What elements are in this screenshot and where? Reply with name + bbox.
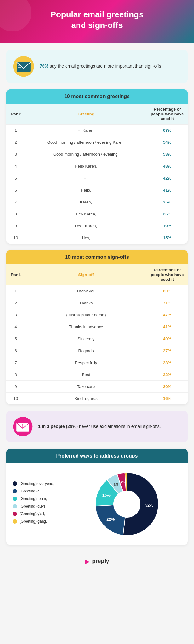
table-row: 1 Hi Karen, 67% <box>6 124 188 136</box>
greeting-cell: Hi, <box>25 172 147 184</box>
rank-cell: 8 <box>6 369 25 380</box>
table-row: 2 Good morning / afternoon / evening Kar… <box>6 136 188 148</box>
pct-cell: 40% <box>147 333 188 345</box>
legend-label: (Greeting) all, <box>20 489 43 493</box>
donut-chart: 52%22%15%6%4%1% <box>92 469 162 539</box>
legend-item: (Greeting) everyone, <box>13 481 69 486</box>
greetings-table: Rank Greeting Percentage of people who h… <box>6 104 188 244</box>
legend-dot <box>13 512 17 516</box>
stat-banner: 76% say the email greetings are more imp… <box>6 50 188 83</box>
page-title: Popular email greetings and sign-offs <box>13 9 181 31</box>
stat-text: 76% say the email greetings are more imp… <box>40 63 163 69</box>
greeting-cell: Karen, <box>25 196 147 208</box>
chart-legend: (Greeting) everyone, (Greeting) all, (Gr… <box>13 481 69 527</box>
table-row: 3 (Just sign your name) 47% <box>6 309 188 321</box>
rank-cell: 10 <box>6 392 25 404</box>
chart-label: 15% <box>102 492 111 497</box>
rank-cell: 3 <box>6 309 25 321</box>
pct-cell: 15% <box>147 232 188 244</box>
exclaim-banner: ! 1 in 3 people (29%) never use exclamat… <box>6 411 188 442</box>
table-row: 3 Good morning / afternoon / evening, 53… <box>6 148 188 160</box>
decoration <box>6 3 16 4</box>
signoffs-table-section: 10 most common sign-offs Rank Sign-off P… <box>6 250 188 404</box>
signoffs-table: Rank Sign-off Percentage of people who h… <box>6 264 188 404</box>
pct-cell: 35% <box>147 196 188 208</box>
chart-label: 4% <box>120 480 125 484</box>
legend-dot <box>13 504 17 508</box>
greetings-table-section: 10 most common greetings Rank Greeting P… <box>6 89 188 244</box>
table-row: 6 Regards 27% <box>6 345 188 357</box>
envelope-icon <box>13 55 35 77</box>
stat-description: say the email greetings are more importa… <box>48 64 163 69</box>
table-row: 5 Sincerely 40% <box>6 333 188 345</box>
pct-cell: 20% <box>147 380 188 392</box>
pct-cell: 26% <box>147 208 188 220</box>
signoffs-col-signoff: Sign-off <box>25 264 147 285</box>
rank-cell: 6 <box>6 345 25 357</box>
greetings-col-pct: Percentage of people who have used it <box>147 104 188 125</box>
table-row: 8 Hey Karen, 26% <box>6 208 188 220</box>
greeting-cell: Hello Karen, <box>25 160 147 172</box>
legend-item: (Greeting) gang, <box>13 519 69 524</box>
chart-label: 22% <box>106 517 115 521</box>
donut-chart-area: 52%22%15%6%4%1% <box>72 469 181 539</box>
legend-item: (Greeting) guys, <box>13 504 69 508</box>
pct-cell: 19% <box>147 220 188 232</box>
groups-section: Preferred ways to address groups (Greeti… <box>6 449 188 545</box>
page-header: Popular email greetings and sign-offs <box>0 0 194 43</box>
table-row: 4 Hello Karen, 48% <box>6 160 188 172</box>
table-row: 9 Dear Karen, 19% <box>6 220 188 232</box>
greeting-cell: Hey, <box>25 232 147 244</box>
pct-cell: 48% <box>147 160 188 172</box>
legend-dot <box>13 519 17 524</box>
greeting-cell: Good morning / afternoon / evening, <box>25 148 147 160</box>
pct-cell: 53% <box>147 148 188 160</box>
legend-dot <box>13 489 17 493</box>
pct-cell: 80% <box>147 285 188 297</box>
rank-cell: 5 <box>6 172 25 184</box>
preply-logo: preply <box>92 558 109 564</box>
table-row: 1 Thank you 80% <box>6 285 188 297</box>
footer: ▶ preply <box>0 551 194 571</box>
table-row: 7 Respectfully 23% <box>6 357 188 369</box>
legend-item: (Greeting) all, <box>13 489 69 493</box>
legend-label: (Greeting) gang, <box>20 519 47 524</box>
pct-cell: 23% <box>147 357 188 369</box>
pct-cell: 47% <box>147 309 188 321</box>
rank-cell: 2 <box>6 297 25 309</box>
signoff-cell: Sincerely <box>25 333 147 345</box>
chart-label: 6% <box>114 483 119 486</box>
table-row: 9 Take care 20% <box>6 380 188 392</box>
rank-cell: 8 <box>6 208 25 220</box>
exclaim-envelope-icon: ! <box>13 416 33 437</box>
signoff-cell: Take care <box>25 380 147 392</box>
legend-item: (Greeting) team, <box>13 497 69 501</box>
legend-dot <box>13 481 17 486</box>
groups-title: Preferred ways to address groups <box>6 449 188 463</box>
groups-content: (Greeting) everyone, (Greeting) all, (Gr… <box>6 463 188 545</box>
rank-cell: 1 <box>6 124 25 136</box>
signoffs-col-pct: Percentage of people who have used it <box>147 264 188 285</box>
rank-cell: 4 <box>6 321 25 333</box>
rank-cell: 6 <box>6 184 25 196</box>
svg-text:!: ! <box>22 423 24 429</box>
greetings-col-greeting: Greeting <box>25 104 147 125</box>
legend-label: (Greeting) team, <box>20 497 47 501</box>
table-row: 5 Hi, 42% <box>6 172 188 184</box>
legend-label: (Greeting) guys, <box>20 504 47 508</box>
pct-cell: 22% <box>147 369 188 380</box>
pct-cell: 71% <box>147 297 188 309</box>
signoff-cell: Kind regards <box>25 392 147 404</box>
rank-cell: 5 <box>6 333 25 345</box>
signoff-cell: Thank you <box>25 285 147 297</box>
table-row: 7 Karen, 35% <box>6 196 188 208</box>
pct-cell: 16% <box>147 392 188 404</box>
pct-cell: 42% <box>147 172 188 184</box>
pct-cell: 27% <box>147 345 188 357</box>
greeting-cell: Hello, <box>25 184 147 196</box>
table-row: 10 Kind regards 16% <box>6 392 188 404</box>
greetings-col-rank: Rank <box>6 104 25 125</box>
rank-cell: 10 <box>6 232 25 244</box>
signoff-cell: (Just sign your name) <box>25 309 147 321</box>
signoffs-table-title: 10 most common sign-offs <box>6 250 188 264</box>
